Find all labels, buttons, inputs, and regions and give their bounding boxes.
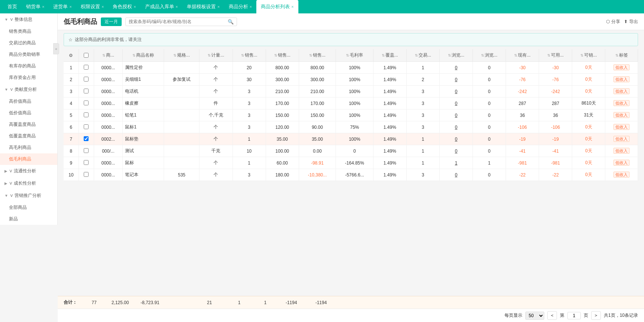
sidebar-item-交易过的商品[interactable]: 交易过的商品 [0,37,57,49]
next-page-button[interactable]: ＞ [591,311,601,320]
browse-link[interactable]: 0 [455,101,458,106]
nav-item-单据模板设置[interactable]: 单据模板设置× [182,0,224,13]
nav-item-首页[interactable]: 首页 [3,0,22,13]
row-checkbox[interactable] [79,169,94,181]
col-header-sale_qty[interactable]: ⇅销售... [233,49,266,62]
close-icon[interactable]: × [176,4,178,9]
nav-item-产成品入库单[interactable]: 产成品入库单× [141,0,182,13]
share-button[interactable]: ⬡ 分享 [606,19,620,25]
row-browse1[interactable]: 0 [439,121,472,133]
row-checkbox-input[interactable] [84,136,89,141]
sidebar-item-销售类商品[interactable]: 销售类商品 [0,26,57,37]
sidebar-item-商品分类助销率[interactable]: 商品分类助销率 [0,49,57,60]
settings-icon[interactable]: ⚙ [69,53,73,58]
col-header-settings[interactable]: ⚙ [64,49,79,62]
row-checkbox[interactable] [79,74,94,86]
close-icon[interactable]: × [102,4,104,9]
col-header-trade_count[interactable]: ⇅交易... [406,49,439,62]
sidebar-group-营销推广分析[interactable]: ▼∨ 营销推广分析 [0,189,57,202]
search-icon[interactable]: 🔍 [228,19,234,25]
col-header-spec[interactable]: ⇅规格... [164,49,199,62]
nav-item-商品分析[interactable]: 商品分析× [224,0,256,13]
row-checkbox[interactable] [79,133,94,145]
col-header-checkbox[interactable] [79,49,94,62]
col-header-browse2[interactable]: ⇅浏览... [473,49,506,62]
per-page-select[interactable]: 50 100 [525,312,544,320]
close-icon[interactable]: × [291,4,294,9]
col-header-sale_amount[interactable]: ⇅销售... [299,49,336,62]
row-browse1[interactable]: 0 [439,109,472,121]
browse-link[interactable]: 0 [455,137,458,142]
row-checkbox-input[interactable] [84,65,89,70]
prev-page-button[interactable]: ＜ [547,311,557,320]
browse-link[interactable]: 0 [455,77,458,82]
sidebar-item-新品[interactable]: 新品 [0,213,57,225]
sidebar-item-高价值商品[interactable]: 高价值商品 [0,96,57,107]
sidebar-item-高毛利商品[interactable]: 高毛利商品 [0,142,57,153]
row-browse1[interactable]: 0 [439,133,472,145]
sidebar-item-低覆盖度商品[interactable]: 低覆盖度商品 [0,130,57,142]
row-checkbox-input[interactable] [84,89,89,93]
col-header-name[interactable]: ⇅商品名称 [123,49,164,62]
browse-link[interactable]: 1 [455,160,458,166]
sidebar-item-库存资金占用[interactable]: 库存资金占用 [0,72,57,83]
row-checkbox-input[interactable] [84,77,89,82]
nav-item-进货单[interactable]: 进货单× [49,0,76,13]
export-button[interactable]: ⬆ 导出 [624,19,638,25]
row-checkbox-input[interactable] [84,148,89,153]
nav-item-角色授权[interactable]: 角色授权× [108,0,140,13]
row-checkbox-input[interactable] [84,160,89,165]
col-header-gross_margin[interactable]: ⇅毛利率 [336,49,374,62]
nav-item-权限设置[interactable]: 权限设置× [76,0,108,13]
sidebar-group-类献度分析[interactable]: ▼∨ 类献度分析 [0,83,57,96]
browse-link[interactable]: 0 [455,65,458,70]
filter-button[interactable]: 近一月 [101,17,122,26]
row-checkbox[interactable] [79,121,94,133]
search-input[interactable] [129,19,228,24]
row-browse1[interactable]: 0 [439,98,472,109]
sidebar-group-整体信息[interactable]: ▼∨ 整体信息 [0,13,57,26]
row-browse1[interactable]: 0 [439,62,472,74]
sidebar-item-低价值商品[interactable]: 低价值商品 [0,107,57,119]
nav-item-销货单[interactable]: 销货单× [22,0,49,13]
col-header-tag[interactable]: ⇅标签 [605,49,638,62]
sidebar-group-流通性分析[interactable]: ▶∨ 流通性分析 [0,165,57,177]
browse-link[interactable]: 0 [455,113,458,118]
row-checkbox-input[interactable] [84,172,89,177]
select-all-checkbox[interactable] [84,53,89,58]
close-icon[interactable]: × [69,4,71,9]
col-header-browse1[interactable]: ⇅浏览... [439,49,472,62]
nav-item-商品分析列表[interactable]: 商品分析列表× [256,0,298,13]
row-checkbox[interactable] [79,86,94,98]
col-header-sale_price[interactable]: ⇅销售... [266,49,299,62]
col-header-current_stock[interactable]: ⇅现有... [506,49,539,62]
row-browse1[interactable]: 1 [439,157,472,169]
col-header-available_stock[interactable]: ⇅可用... [539,49,572,62]
close-icon[interactable]: × [42,4,44,9]
sidebar-item-高覆盖度商品[interactable]: 高覆盖度商品 [0,119,57,130]
row-browse1[interactable]: 0 [439,169,472,181]
row-checkbox-input[interactable] [84,112,89,117]
row-checkbox[interactable] [79,145,94,157]
close-icon[interactable]: × [134,4,136,9]
col-header-sellable_days[interactable]: ⇅可销... [572,49,605,62]
col-header-code[interactable]: ⇅商... [94,49,123,62]
row-checkbox-input[interactable] [84,101,89,105]
browse-link[interactable]: 0 [455,89,458,94]
row-checkbox[interactable] [79,157,94,169]
close-icon[interactable]: × [217,4,220,9]
browse-link[interactable]: 0 [455,149,458,154]
page-input[interactable] [567,312,581,319]
row-browse1[interactable]: 0 [439,145,472,157]
browse-link[interactable]: 0 [455,125,458,130]
row-browse1[interactable]: 0 [439,86,472,98]
sidebar-item-低毛利商品[interactable]: 低毛利商品 [0,153,57,165]
row-checkbox[interactable] [79,109,94,121]
browse-link[interactable]: 0 [455,172,458,178]
row-browse1[interactable]: 0 [439,74,472,86]
sidebar-item-全部商品[interactable]: 全部商品 [0,202,57,213]
close-icon[interactable]: × [250,4,252,9]
row-checkbox[interactable] [79,98,94,109]
sidebar-collapse-btn[interactable]: « [53,43,59,54]
row-checkbox-input[interactable] [84,124,89,129]
